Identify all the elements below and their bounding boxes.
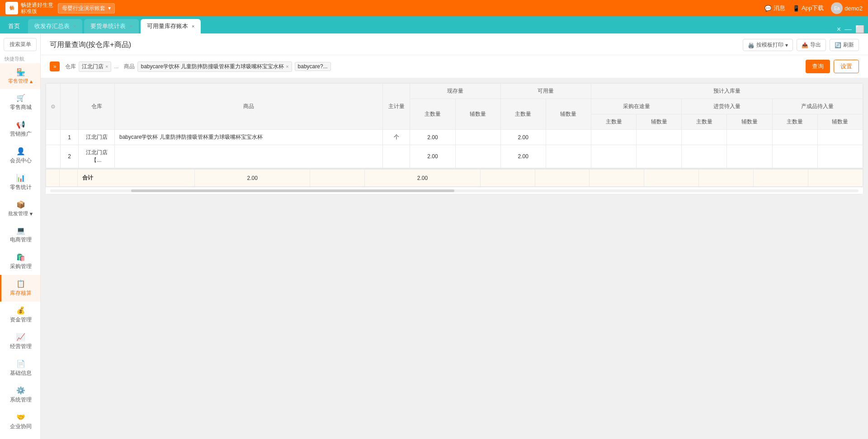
message-btn[interactable]: 💬 消息 — [764, 4, 785, 12]
app-download-btn[interactable]: 📱 App下载 — [793, 4, 824, 12]
scroll-thumb[interactable] — [131, 189, 454, 192]
sidebar-ecommerce-label: 电商管理 — [10, 236, 32, 244]
tab-order-stats-close[interactable]: × — [129, 24, 132, 29]
search-menu-btn[interactable]: 搜索菜单 — [4, 38, 37, 51]
scroll-bar-area — [46, 187, 863, 194]
table-section: ⚙ 仓库 商品 主计量 现存量 可用量 预计入库量 主数量 辅数 — [45, 83, 863, 194]
sidebar-sys-icon: ⚙️ — [16, 386, 25, 395]
sidebar-retail-mall-label: 零售商城 — [10, 104, 32, 111]
th-production-pending-main: 主数量 — [772, 114, 817, 130]
sidebar-retail-mgmt-label: 零售管理 — [8, 78, 28, 85]
sidebar-item-member-center[interactable]: 👤 会员中心 — [0, 142, 40, 169]
filter-toggle-btn[interactable]: » — [50, 61, 60, 71]
warehouse-filter-label: 仓库 — [65, 63, 76, 71]
sidebar-item-retail-mall[interactable]: 🛒 零售商城 — [0, 89, 40, 116]
total-table: 合计 2.00 2.00 — [46, 169, 863, 187]
sidebar-marketing-label: 营销推广 — [10, 130, 32, 138]
row1-unit: 个 — [383, 130, 410, 145]
sidebar-marketing-icon: 📢 — [16, 120, 25, 129]
th-purchase-transit-aux: 辅数量 — [637, 114, 682, 130]
product-tag-1[interactable]: babycare学饮杯 儿童防摔防撞吸管杯重力球吸嘴杯宝宝水杯 × — [137, 61, 292, 72]
sidebar-item-basic-info[interactable]: 📄 基础信息 — [0, 355, 40, 382]
warehouse-more[interactable]: ... — [114, 63, 118, 70]
tab-home[interactable]: 首页 — [2, 19, 26, 33]
sidebar-enterprise-icon: 🤝 — [16, 413, 25, 421]
sidebar-item-ops[interactable]: 📈 经营管理 — [0, 328, 40, 355]
warehouse-tag-remove[interactable]: × — [105, 64, 108, 69]
tab-bar: 首页 收发存汇总表 × 要货单统计表 × 可用量库存账本 × × — ⬜ — [0, 16, 868, 33]
th-unit: 主计量 — [383, 84, 410, 130]
print-btn[interactable]: 🖨️ 按模板打印 ▾ — [743, 39, 793, 51]
tab-receive-summary-close[interactable]: × — [73, 24, 76, 29]
avatar: Ea — [831, 2, 843, 14]
sidebar-item-enterprise-collab[interactable]: 🤝 企业协同 — [0, 408, 40, 435]
th-available-main: 主数量 — [500, 99, 546, 130]
row2-available-main: 2.00 — [500, 145, 546, 168]
tab-minimize-btn[interactable]: — — [844, 25, 852, 33]
sidebar-basic-info-label: 基础信息 — [10, 369, 32, 377]
sidebar-item-finance[interactable]: 💰 资金管理 — [0, 302, 40, 328]
sidebar-item-marketing[interactable]: 📢 营销推广 — [0, 116, 40, 142]
chevron-down-icon: ▾ — [108, 5, 111, 11]
total-stock-main: 2.00 — [195, 170, 310, 187]
brand-text: 畅捷通好生意 标准版 — [21, 2, 53, 15]
refresh-btn[interactable]: 🔄 刷新 — [830, 39, 859, 51]
sidebar-item-new-guide[interactable]: 🔍 新手引导 — [0, 435, 40, 439]
sidebar-member-label: 会员中心 — [10, 157, 32, 165]
sidebar-ops-label: 经营管理 — [10, 343, 32, 350]
product-tag-2[interactable]: babycare?... — [295, 62, 331, 71]
tab-available-stock-close[interactable]: × — [192, 24, 194, 29]
th-production-pending-group: 产成品待入量 — [772, 99, 863, 114]
row2-index: 2 — [61, 145, 79, 168]
query-btn[interactable]: 查询 — [806, 60, 830, 73]
th-production-pending-aux: 辅数量 — [817, 114, 863, 130]
product-tag-1-remove[interactable]: × — [286, 64, 288, 69]
tab-available-stock[interactable]: 可用量库存账本 × — [141, 19, 201, 33]
row2-unit — [383, 145, 410, 168]
th-stock-aux: 辅数量 — [455, 99, 500, 130]
th-gear: ⚙ — [46, 84, 61, 130]
sidebar-finance-label: 资金管理 — [10, 316, 32, 324]
sidebar-retail-mgmt-icon: 🏪 — [16, 68, 25, 76]
tab-order-stats[interactable]: 要货单统计表 × — [84, 19, 138, 33]
sidebar-item-stock-audit[interactable]: 📋 库存核算 — [0, 275, 40, 302]
th-purchase-transit-main: 主数量 — [591, 114, 637, 130]
row1-warehouse: 江北门店 — [79, 130, 115, 145]
filter-bar: » 仓库 江北门店 × ... 商品 babycare学饮杯 儿童防摔防撞吸管杯… — [41, 55, 868, 78]
th-purchase-pending-group: 进货待入量 — [682, 99, 772, 114]
print-dropdown-icon: ▾ — [785, 42, 788, 48]
tab-available-stock-label: 可用量库存账本 — [147, 22, 188, 30]
total-label: 合计 — [78, 170, 195, 187]
horizontal-scrollbar[interactable] — [50, 189, 859, 192]
settings-gear-icon[interactable]: ⚙ — [51, 104, 56, 110]
data-table: ⚙ 仓库 商品 主计量 现存量 可用量 预计入库量 主数量 辅数 — [46, 83, 863, 168]
tab-close-all-btn[interactable]: × — [837, 25, 841, 33]
row2-pp-aux — [727, 145, 772, 168]
quick-nav-label[interactable]: 快捷导航 — [0, 54, 40, 63]
sidebar-item-sys-mgmt[interactable]: ⚙️ 系统管理 — [0, 382, 40, 408]
sidebar-wholesale-label: 批发管理 — [8, 210, 28, 217]
sidebar-retail-stats-icon: 📊 — [16, 174, 25, 182]
sidebar-item-ecommerce[interactable]: 💻 电商管理 — [0, 222, 40, 248]
page-actions: 🖨️ 按模板打印 ▾ 📤 导出 🔄 刷新 — [743, 39, 859, 51]
setting-btn[interactable]: 设置 — [834, 60, 859, 73]
sidebar-item-retail-stats[interactable]: 📊 零售统计 — [0, 169, 40, 196]
tab-receive-summary[interactable]: 收发存汇总表 × — [28, 19, 82, 33]
row1-pt-aux — [637, 130, 682, 145]
user-info[interactable]: Ea demo2 — [831, 2, 863, 14]
main-layout: 搜索菜单 快捷导航 🏪 零售管理 ▲ 🛒 零售商城 📢 营销推广 👤 会员中 — [0, 33, 868, 439]
sidebar-item-purchase[interactable]: 🛍️ 采购管理 — [0, 248, 40, 275]
sidebar-item-retail-mgmt[interactable]: 🏪 零售管理 ▲ — [0, 63, 40, 89]
warehouse-tag-1[interactable]: 江北门店 × — [79, 61, 111, 72]
industry-selector[interactable]: 母婴行业演示账套 ▾ — [58, 3, 115, 14]
row1-stock-aux — [455, 130, 500, 145]
sidebar-items: 🏪 零售管理 ▲ 🛒 零售商城 📢 营销推广 👤 会员中心 📊 零售统计 — [0, 63, 40, 439]
export-btn[interactable]: 📤 导出 — [797, 39, 826, 51]
tab-maximize-btn[interactable]: ⬜ — [855, 25, 864, 33]
sidebar-basic-info-icon: 📄 — [16, 359, 25, 368]
product-filter-label: 商品 — [124, 63, 135, 71]
phone-icon: 📱 — [793, 5, 800, 12]
tab-home-label: 首页 — [8, 22, 20, 30]
page-title: 可用量查询(按仓库+商品) — [50, 40, 131, 50]
sidebar-item-wholesale-mgmt[interactable]: 📦 批发管理 ▼ — [0, 196, 40, 222]
